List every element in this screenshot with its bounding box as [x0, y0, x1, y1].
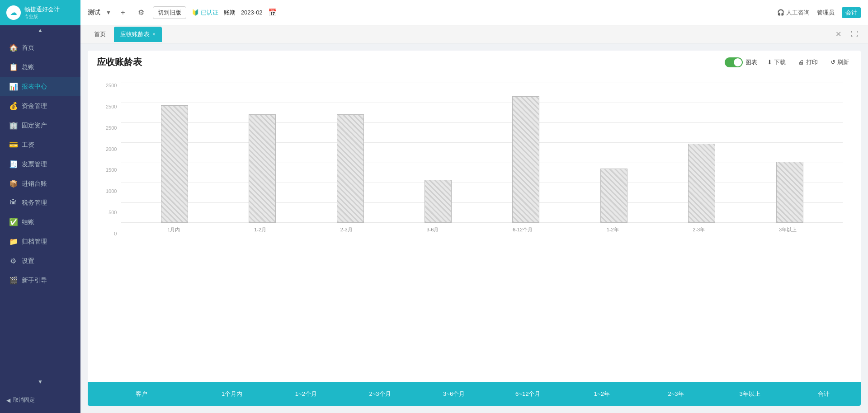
topbar: 测试 ▼ + ⚙ 切到旧版 🔰 已认证 账期 2023-02 📅 🎧 人工咨询 … — [80, 0, 868, 25]
report-header: 应收账龄表 图表 ⬇ 下载 🖨 打印 ↺ — [88, 51, 861, 74]
sidebar-item-reports[interactable]: 📊 报表中心 — [0, 77, 80, 96]
archive-icon: 📁 — [9, 237, 17, 246]
print-icon: 🖨 — [798, 59, 804, 66]
invoice-icon: 🧾 — [9, 160, 17, 169]
sidebar-item-funds[interactable]: 💰 资金管理 — [0, 96, 80, 116]
sidebar-item-checkout[interactable]: ✅ 结账 — [0, 212, 80, 232]
cancel-fixed-icon: ◀ — [6, 397, 10, 404]
x-label-2-3year: 2-3年 — [693, 226, 705, 233]
th-customer: 客户 — [88, 390, 195, 398]
user-role: 会计 — [842, 7, 861, 18]
tabs-bar: 首页 应收账龄表 × ✕ ⛶ — [80, 25, 868, 43]
chart-container: 2500 2500 2500 2000 1500 1000 500 0 — [88, 74, 861, 382]
topbar-title: 测试 — [88, 9, 100, 17]
tab-home[interactable]: 首页 — [88, 27, 112, 42]
salary-icon: 💳 — [9, 141, 17, 149]
sidebar-item-salary[interactable]: 💳 工资 — [0, 135, 80, 155]
content-area: 应收账龄表 图表 ⬇ 下载 🖨 打印 ↺ — [80, 43, 868, 413]
x-label-1-2year: 1-2年 — [607, 226, 619, 233]
refresh-button[interactable]: ↺ 刷新 — [828, 56, 852, 68]
expand-button[interactable]: ⛶ — [848, 28, 861, 41]
y-axis: 2500 2500 2500 2000 1500 1000 500 0 — [106, 83, 117, 236]
tax-icon: 🏛 — [9, 199, 17, 207]
x-axis: 1月内 1-2月 2-3月 3-6月 6-12个月 1-2年 2-3年 3年以上 — [121, 223, 843, 236]
ledger-icon: 📋 — [9, 63, 17, 71]
tabs-actions: ✕ ⛶ — [832, 28, 861, 41]
close-window-button[interactable]: ✕ — [832, 28, 844, 41]
y-label-2500c: 2500 — [106, 125, 117, 131]
sidebar-item-invoice[interactable]: 🧾 发票管理 — [0, 155, 80, 174]
consult-button[interactable]: 🎧 人工咨询 — [777, 9, 810, 17]
home-icon: 🏠 — [9, 43, 17, 52]
topbar-dropdown-icon[interactable]: ▼ — [106, 9, 111, 16]
x-label-3-6month: 3-6月 — [426, 226, 439, 233]
table-header: 客户 1个月内 1~2个月 2~3个月 3~6个月 6~12个月 1~2年 2~… — [88, 382, 861, 406]
old-version-button[interactable]: 切到旧版 — [153, 6, 186, 19]
sidebar-item-archive[interactable]: 📁 归档管理 — [0, 232, 80, 251]
sidebar-bottom: ◀ 取消固定 — [0, 387, 80, 413]
tab-ar-aging[interactable]: 应收账龄表 × — [114, 27, 162, 42]
print-button[interactable]: 🖨 打印 — [796, 56, 821, 68]
bar-1-2month — [249, 114, 276, 223]
certified-badge: 🔰 已认证 — [192, 9, 218, 17]
th-3plus-year: 3年以上 — [713, 390, 787, 398]
bar-group-1month — [161, 105, 188, 223]
sidebar-item-tax[interactable]: 🏛 税务管理 — [0, 193, 80, 212]
consult-icon: 🎧 — [777, 9, 784, 16]
chart-inner: 1月内 1-2月 2-3月 3-6月 6-12个月 1-2年 2-3年 3年以上 — [121, 83, 843, 236]
refresh-icon: ↺ — [830, 59, 835, 66]
expand-icon: ⛶ — [851, 30, 858, 38]
th-1-2year: 1~2年 — [565, 390, 639, 398]
th-total: 合计 — [787, 390, 861, 398]
logo-icon: ☁ — [6, 5, 21, 20]
checkout-icon: ✅ — [9, 218, 17, 226]
chart-area: 2500 2500 2500 2000 1500 1000 500 0 — [106, 83, 843, 236]
y-label-2000: 2000 — [106, 146, 117, 152]
x-label-2-3month: 2-3月 — [340, 226, 353, 233]
sidebar-logo: ☁ 畅捷通好会计 专业版 — [0, 0, 80, 25]
x-label-3plus-year: 3年以上 — [779, 226, 797, 233]
assets-icon: 🏢 — [9, 121, 17, 130]
sidebar-item-home[interactable]: 🏠 首页 — [0, 38, 80, 57]
chart-toggle[interactable] — [725, 57, 743, 67]
funds-icon: 💰 — [9, 102, 17, 110]
th-1month: 1个月内 — [195, 390, 269, 398]
y-label-2500b: 2500 — [106, 104, 117, 109]
y-label-1000: 1000 — [106, 188, 117, 194]
certified-icon: 🔰 — [192, 9, 199, 16]
topbar-right: 🎧 人工咨询 管理员 会计 — [777, 7, 861, 18]
sidebar-item-settings[interactable]: ⚙ 设置 — [0, 251, 80, 271]
cancel-fixed-button[interactable]: ◀ 取消固定 — [0, 392, 80, 408]
scroll-down-arrow[interactable]: ▼ — [0, 377, 80, 387]
main-area: 测试 ▼ + ⚙ 切到旧版 🔰 已认证 账期 2023-02 📅 🎧 人工咨询 … — [80, 0, 868, 413]
th-1-2month: 1~2个月 — [269, 390, 343, 398]
toggle-label: 图表 — [745, 58, 757, 66]
user-name: 管理员 — [817, 9, 835, 17]
scroll-up-arrow[interactable]: ▲ — [0, 25, 80, 35]
th-2-3month: 2~3个月 — [343, 390, 417, 398]
th-3-6month: 3~6个月 — [417, 390, 491, 398]
y-label-0: 0 — [106, 231, 117, 236]
download-icon: ⬇ — [767, 59, 772, 66]
sidebar-item-ledger[interactable]: 📋 总账 — [0, 57, 80, 77]
bar-group-2-3month — [337, 114, 364, 223]
download-button[interactable]: ⬇ 下载 — [764, 56, 788, 68]
report-actions: 图表 ⬇ 下载 🖨 打印 ↺ 刷新 — [725, 56, 852, 68]
period-label: 账期 — [224, 9, 236, 17]
th-2-3year: 2~3年 — [639, 390, 713, 398]
add-button[interactable]: + — [117, 6, 129, 19]
x-label-1month: 1月内 — [167, 226, 180, 233]
bar-group-1-2month — [249, 114, 276, 223]
sidebar-item-sales[interactable]: 📦 进销台账 — [0, 174, 80, 193]
y-label-2500a: 2500 — [106, 83, 117, 88]
sidebar-item-assets[interactable]: 🏢 固定资产 — [0, 116, 80, 135]
settings-button[interactable]: ⚙ — [135, 6, 147, 19]
tab-close-icon[interactable]: × — [152, 31, 156, 38]
calendar-icon[interactable]: 📅 — [268, 8, 277, 17]
report-panel: 应收账龄表 图表 ⬇ 下载 🖨 打印 ↺ — [88, 51, 861, 406]
sidebar-item-guide[interactable]: 🎬 新手引导 — [0, 271, 80, 290]
x-label-1-2month: 1-2月 — [254, 226, 266, 233]
x-label-6-12month: 6-12个月 — [513, 226, 533, 233]
bar-3plus-year — [776, 162, 803, 223]
topbar-settings-icon: ⚙ — [138, 8, 144, 17]
